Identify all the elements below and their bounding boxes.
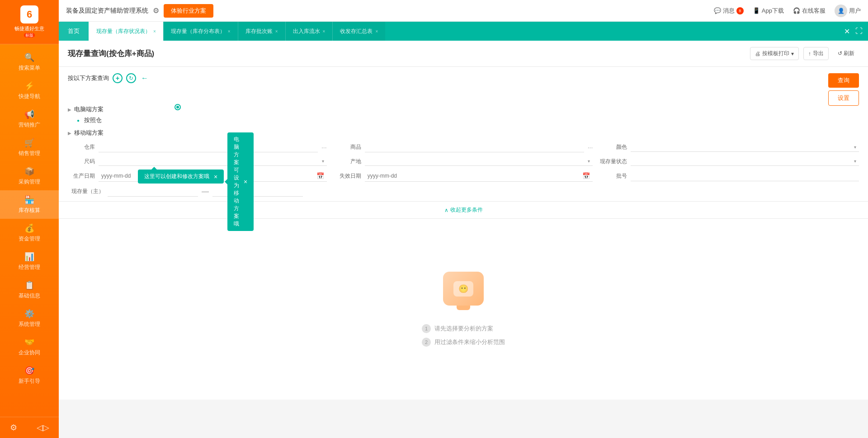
mobile-scheme-label: 移动端方案 <box>74 129 104 137</box>
page-title: 现存量查询(按仓库+商品) <box>68 48 154 59</box>
topbar-settings-icon[interactable]: ⚙ <box>153 6 159 15</box>
tab-close-inventory-status[interactable]: × <box>153 29 156 34</box>
tab-close-in-out-flow[interactable]: × <box>323 29 326 34</box>
empty-state-area: 😶 1 请先选择要分析的方案 2 用过滤条件来缩小分析范围 <box>59 219 868 400</box>
filter-lot-row: 批号 <box>600 170 859 182</box>
user-btn[interactable]: 👤 用户 <box>835 5 861 17</box>
sidebar-bottom: ⚙ ◁▷ <box>0 417 59 438</box>
export-icon: ↑ <box>808 51 811 57</box>
size-label: 尺码 <box>68 158 95 165</box>
collapse-bar[interactable]: ∧ 收起更多条件 <box>59 202 868 219</box>
page-header: 现存量查询(按仓库+商品) 🖨 按模板打印 ▾ ↑ 导出 ↺ 刷新 <box>59 41 868 67</box>
filter-header: 按以下方案查询 + ↻ ← 电脑方案可设为移动方案哦 × <box>68 73 859 83</box>
tabbar-close-icon[interactable]: ✕ <box>842 25 852 38</box>
app-download-btn[interactable]: 📱 App下载 <box>753 7 784 15</box>
template-print-btn[interactable]: 🖨 按模板打印 ▾ <box>750 47 799 60</box>
filter-color-row: 颜色 ▾ <box>600 142 859 152</box>
filter-back-btn[interactable]: ← <box>140 73 150 83</box>
basic-icon: 📋 <box>24 280 34 290</box>
expire-date-field[interactable] <box>368 173 583 179</box>
sidebar-item-marketing[interactable]: 📢 营销推广 <box>0 105 59 133</box>
tab-close-inventory-dist[interactable]: × <box>228 29 231 34</box>
warehouse-input[interactable] <box>99 142 318 152</box>
edit-tooltip-close[interactable]: × <box>214 173 217 180</box>
filter-section: 按以下方案查询 + ↻ ← 电脑方案可设为移动方案哦 × 这里可以创建和修改方案… <box>59 67 868 202</box>
color-arrow-icon: ▾ <box>854 145 856 150</box>
tab-inventory-dist[interactable]: 现存量（库存分布表） × <box>163 22 238 41</box>
inv-status-select[interactable]: ▾ <box>631 157 859 166</box>
tab-home[interactable]: 首页 <box>59 22 89 41</box>
pc-scheme-item[interactable]: ● 按照仓 <box>77 115 859 126</box>
produce-date-label: 生产日期 <box>68 172 95 180</box>
inv-status-label: 现存量状态 <box>600 158 627 165</box>
tab-batch-ledger[interactable]: 库存批次账 × <box>238 22 285 41</box>
main-area: 装备及固定资产辅助管理系统 ⚙ 体验行业方案 💬 消息 8 📱 App下载 🎧 … <box>59 0 868 438</box>
export-btn[interactable]: ↑ 导出 <box>803 47 829 60</box>
filter-label: 按以下方案查询 <box>68 74 109 82</box>
phone-icon: 📱 <box>753 7 760 14</box>
filter-origin-row: 产地 ▾ <box>334 157 593 166</box>
trial-btn[interactable]: 体验行业方案 <box>164 4 213 18</box>
goods-input[interactable] <box>365 142 584 152</box>
scheme-tooltip-close[interactable]: × <box>244 178 247 185</box>
lot-input[interactable] <box>631 171 859 181</box>
sidebar-item-sales[interactable]: 🛒 销售管理 <box>0 133 59 162</box>
sidebar-item-quicknav[interactable]: ⚡ 快捷导航 <box>0 76 59 105</box>
inv-status-arrow-icon: ▾ <box>854 159 856 164</box>
produce-calendar-icon: 📅 <box>316 172 324 179</box>
size-select[interactable]: ▾ <box>99 157 327 166</box>
filter-grid-row4: 现存量（主） — <box>68 186 859 197</box>
origin-select[interactable]: ▾ <box>365 157 593 166</box>
tabbar-actions: ✕ ⛶ <box>842 25 868 38</box>
amount-dash: — <box>202 188 209 196</box>
edit-tooltip: 这里可以创建和修改方案哦 × <box>138 170 224 184</box>
origin-arrow-icon: ▾ <box>588 159 590 164</box>
tab-in-out-flow[interactable]: 出入库流水 × <box>285 22 333 41</box>
warehouse-dots[interactable]: ··· <box>321 144 327 151</box>
sidebar-item-inventory[interactable]: 🏪 库存核算 <box>0 190 59 219</box>
inv-amount-min-input[interactable] <box>108 186 198 197</box>
pc-scheme-group[interactable]: ▶ 电脑端方案 <box>68 104 859 115</box>
tab-inventory-status[interactable]: 现存量（库存状况表） × <box>89 22 163 41</box>
messages-btn[interactable]: 💬 消息 8 <box>714 7 744 15</box>
tab-collect-send[interactable]: 收发存汇总表 × <box>332 22 385 41</box>
tip-num-1: 1 <box>422 324 431 333</box>
settings-bottom-icon[interactable]: ⚙ <box>10 423 17 433</box>
system-name: 装备及固定资产辅助管理系统 <box>66 7 148 15</box>
inv-amount-max-input[interactable] <box>212 186 303 197</box>
sidebar-item-enterprise[interactable]: 🤝 企业协同 <box>0 333 59 361</box>
sidebar-item-basic[interactable]: 📋 基础信息 <box>0 276 59 304</box>
filter-refresh-btn[interactable]: ↻ <box>126 73 136 83</box>
sidebar-item-operations[interactable]: 📊 经营管理 <box>0 247 59 276</box>
tab-close-batch-ledger[interactable]: × <box>275 29 278 34</box>
sidebar-item-system[interactable]: ⚙️ 系统管理 <box>0 304 59 333</box>
collapse-sidebar-icon[interactable]: ◁▷ <box>37 423 49 433</box>
refresh-btn[interactable]: ↺ 刷新 <box>833 47 859 60</box>
operations-icon: 📊 <box>24 252 34 262</box>
empty-tip-2: 2 用过滤条件来缩小分析范围 <box>422 338 505 347</box>
inventory-icon: 🏪 <box>24 195 34 205</box>
query-btn[interactable]: 查询 <box>828 73 859 88</box>
sidebar: 6 畅捷通好生意 标版 🔍 搜索菜单 ⚡ 快捷导航 📢 营销推广 🛒 销售管理 … <box>0 0 59 438</box>
color-select[interactable]: ▾ <box>631 143 859 152</box>
sidebar-item-purchase[interactable]: 📦 采购管理 <box>0 162 59 190</box>
filter-add-btn[interactable]: + <box>113 73 123 83</box>
sidebar-item-search[interactable]: 🔍 搜索菜单 <box>0 48 59 76</box>
filter-grid-row2: 尺码 ▾ 产地 ▾ 现存量状态 <box>68 157 859 166</box>
mobile-scheme-group[interactable]: ▶ 移动端方案 <box>68 127 859 138</box>
settings-action-btn[interactable]: 设置 <box>828 90 859 106</box>
sidebar-item-guide[interactable]: 🎯 新手引导 <box>0 361 59 390</box>
online-service-btn[interactable]: 🎧 在线客服 <box>793 7 826 15</box>
scheme-tooltip: 电脑方案可设为移动方案哦 × <box>227 132 254 231</box>
size-arrow-icon: ▾ <box>322 159 324 164</box>
sidebar-item-finance[interactable]: 💰 资金管理 <box>0 219 59 247</box>
enterprise-icon: 🤝 <box>24 337 34 347</box>
expire-date-input[interactable]: 📅 <box>365 170 593 182</box>
empty-icon-box: 😶 <box>443 272 484 306</box>
empty-tip-1: 1 请先选择要分析的方案 <box>422 324 505 333</box>
tabbar-expand-icon[interactable]: ⛶ <box>854 25 864 38</box>
tab-close-collect-send[interactable]: × <box>375 29 378 34</box>
filter-expire-date-row: 失效日期 📅 <box>334 170 593 182</box>
goods-dots[interactable]: ··· <box>588 144 593 151</box>
marketing-icon: 📢 <box>24 109 34 119</box>
